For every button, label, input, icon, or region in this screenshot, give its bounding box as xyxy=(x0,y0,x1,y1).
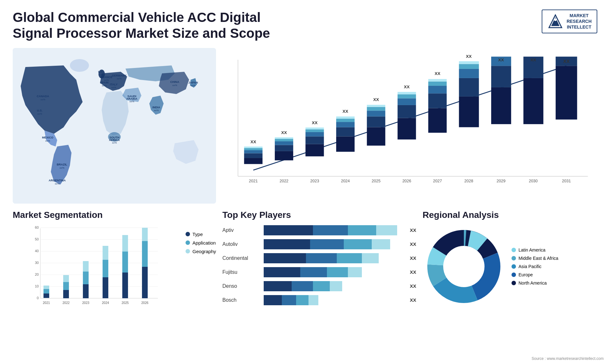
player-row: Bosch XX xyxy=(222,295,416,305)
segmentation-title: Market Segmentation xyxy=(13,210,216,220)
svg-text:2022: 2022 xyxy=(280,179,288,183)
svg-rect-137 xyxy=(83,261,89,272)
bar-seg3 xyxy=(296,295,309,305)
svg-text:2026: 2026 xyxy=(141,301,149,305)
svg-text:MEXICO: MEXICO xyxy=(42,136,53,139)
player-name: Continental xyxy=(222,255,261,261)
player-row: Continental XX xyxy=(222,253,416,263)
legend-asia-pacific: Asia Pacific xyxy=(512,264,558,269)
svg-rect-45 xyxy=(244,150,262,153)
svg-rect-51 xyxy=(275,145,293,151)
svg-text:2030: 2030 xyxy=(529,179,538,183)
svg-rect-94 xyxy=(459,69,479,78)
segmentation-svg: 0 10 20 30 40 50 60 xyxy=(13,225,176,314)
logo: MARKET RESEARCH INTELLECT xyxy=(542,10,597,33)
dot-north-america xyxy=(512,281,516,285)
segmentation-legend: Type Application Geography xyxy=(186,225,216,254)
svg-rect-88 xyxy=(428,81,447,86)
svg-text:40: 40 xyxy=(35,249,39,253)
bar-seg3 xyxy=(313,281,330,291)
legend-label-geography: Geography xyxy=(193,249,216,254)
svg-rect-145 xyxy=(122,235,128,252)
svg-rect-104 xyxy=(523,78,543,124)
donut-svg xyxy=(423,225,505,308)
dot-asia-pacific xyxy=(512,264,516,269)
svg-rect-66 xyxy=(336,122,355,127)
label-north-america: North America xyxy=(518,280,547,286)
player-xx: XX xyxy=(410,283,416,289)
bar-seg1 xyxy=(264,295,282,305)
barchart-section: XX 2021 XX 2022 xyxy=(222,48,597,204)
players-section: Top Key Players Aptiv xyxy=(222,210,416,308)
player-name: Fujitsu xyxy=(222,269,261,275)
bar-seg1 xyxy=(264,253,306,263)
svg-rect-136 xyxy=(83,272,89,284)
label-latin-america: Latin America xyxy=(518,247,546,253)
svg-text:XX: XX xyxy=(498,57,504,62)
svg-text:2027: 2027 xyxy=(433,179,442,183)
svg-rect-78 xyxy=(397,118,416,139)
svg-rect-144 xyxy=(122,252,128,273)
regional-title: Regional Analysis xyxy=(423,210,597,220)
svg-text:2023: 2023 xyxy=(82,301,90,305)
svg-text:0: 0 xyxy=(37,296,39,300)
svg-text:ARGENTINA: ARGENTINA xyxy=(49,179,66,182)
svg-text:ITALY: ITALY xyxy=(110,83,118,86)
svg-text:XX: XX xyxy=(250,139,256,144)
player-bar xyxy=(264,239,404,249)
player-bar xyxy=(264,281,404,291)
regional-content: Latin America Middle East & Africa Asia … xyxy=(423,225,597,308)
svg-rect-73 xyxy=(367,111,385,116)
svg-text:10: 10 xyxy=(35,284,39,288)
svg-rect-85 xyxy=(428,108,447,132)
bar-seg3 xyxy=(344,239,372,249)
bar-seg1 xyxy=(264,267,300,277)
svg-rect-61 xyxy=(306,127,324,129)
svg-text:20: 20 xyxy=(35,273,39,276)
bar-seg1 xyxy=(264,281,292,291)
svg-text:SPAIN: SPAIN xyxy=(100,81,109,84)
segmentation-chart-area: 0 10 20 30 40 50 60 xyxy=(13,225,216,308)
svg-rect-93 xyxy=(459,78,479,97)
bar-seg2 xyxy=(282,295,296,305)
svg-rect-133 xyxy=(63,275,69,282)
svg-text:XX: XX xyxy=(530,57,536,62)
segmentation-bars: 0 10 20 30 40 50 60 xyxy=(13,225,176,308)
svg-text:BRAZIL: BRAZIL xyxy=(57,163,67,166)
bar-seg2 xyxy=(310,239,344,249)
svg-rect-50 xyxy=(275,151,293,160)
player-name: Denso xyxy=(222,283,261,289)
barchart-container: XX 2021 XX 2022 xyxy=(229,54,591,191)
player-bar-container xyxy=(264,253,404,263)
bar-seg4 xyxy=(372,239,390,249)
svg-text:XX: XX xyxy=(281,130,287,135)
svg-text:xx%: xx% xyxy=(40,98,45,101)
player-xx: XX xyxy=(410,269,416,275)
bar-seg1 xyxy=(264,239,310,249)
svg-text:U.S.: U.S. xyxy=(37,109,43,112)
svg-rect-86 xyxy=(428,93,447,108)
svg-text:2031: 2031 xyxy=(562,179,571,183)
svg-text:xx%: xx% xyxy=(55,182,59,185)
svg-rect-44 xyxy=(244,153,262,158)
bar-seg4 xyxy=(308,295,318,305)
player-xx: XX xyxy=(410,255,416,261)
bar-seg2 xyxy=(292,281,313,291)
players-list: Aptiv XX Autoliv xyxy=(222,225,416,305)
player-xx: XX xyxy=(410,241,416,247)
svg-text:2024: 2024 xyxy=(102,301,109,305)
svg-rect-68 xyxy=(336,116,355,118)
svg-text:2023: 2023 xyxy=(310,179,319,183)
svg-text:xx%: xx% xyxy=(59,166,64,169)
legend-item-application: Application xyxy=(186,240,216,246)
bar-seg2 xyxy=(300,267,327,277)
svg-rect-64 xyxy=(336,136,355,152)
player-bar-container xyxy=(264,295,404,305)
svg-rect-47 xyxy=(244,146,262,148)
player-xx: XX xyxy=(410,227,416,233)
svg-text:xx%: xx% xyxy=(117,77,121,80)
svg-rect-89 xyxy=(428,79,447,82)
svg-text:JAPAN: JAPAN xyxy=(188,81,198,84)
svg-rect-135 xyxy=(83,284,89,298)
player-row: Aptiv XX xyxy=(222,225,416,235)
